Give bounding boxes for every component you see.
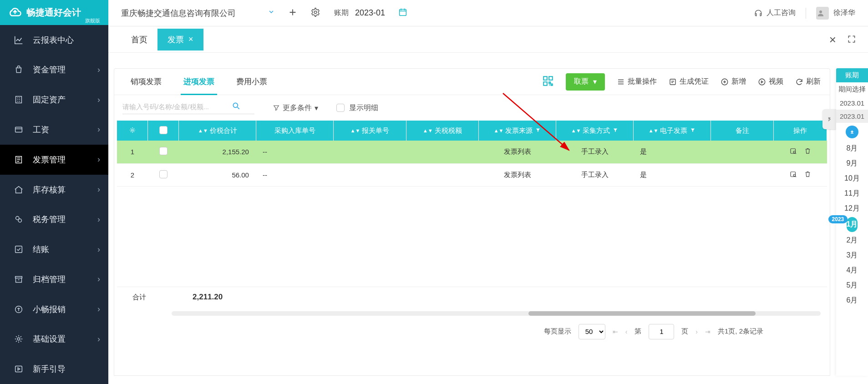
more-conditions[interactable]: 更多条件 ▾ (273, 103, 318, 113)
col-customs[interactable]: ▲▼报关单号 (334, 121, 406, 141)
sidebar-item-guide[interactable]: 新手引导 (0, 354, 108, 384)
col-ops: 操作 (774, 121, 827, 141)
sidebar-item-tax[interactable]: 税务管理 (0, 204, 108, 234)
play-box-icon (13, 363, 25, 375)
sidebar-item-label: 固定资产 (33, 94, 66, 105)
cell-purchase: -- (256, 163, 334, 186)
month-button[interactable]: 9月 (836, 156, 868, 171)
toolbar: 取票 ▾ 批量操作 生成凭证 新增 视频 刷新 (542, 73, 821, 91)
close-icon[interactable]: × (188, 35, 193, 44)
link-label: 刷新 (806, 77, 821, 86)
sidebar-item-invoice[interactable]: 发票管理 (0, 145, 108, 175)
month-button[interactable]: 11月 (836, 186, 868, 201)
sidebar-item-salary[interactable]: 工资 (0, 115, 108, 145)
month-button[interactable]: 3月 (836, 248, 868, 263)
calendar-icon[interactable] (398, 7, 408, 19)
refresh-link[interactable]: 刷新 (795, 77, 821, 86)
sidebar-item-archive[interactable]: 归档管理 (0, 264, 108, 294)
first-page-icon[interactable]: ⇤ (613, 328, 618, 335)
row-checkbox[interactable] (159, 147, 168, 155)
row-checkbox[interactable] (159, 170, 168, 178)
sidebar-item-settings[interactable]: 基础设置 (0, 324, 108, 354)
link-label: 新增 (731, 77, 746, 86)
scroll-up-icon[interactable] (846, 126, 858, 138)
user-block[interactable]: 徐泽华 (816, 7, 855, 20)
tab-home[interactable]: 首页 (121, 29, 157, 51)
tab-invoice[interactable]: 发票 × (157, 29, 203, 51)
row-index: 2 (117, 163, 148, 186)
view-icon[interactable] (789, 170, 797, 180)
qrcode-icon[interactable] (542, 75, 554, 88)
month-button[interactable]: 5月 (836, 278, 868, 293)
fetch-invoice-button[interactable]: 取票 ▾ (566, 73, 605, 91)
add-link[interactable]: 新增 (721, 77, 746, 86)
page-size-select[interactable]: 50 (579, 324, 605, 339)
period-select-label[interactable]: 期间选择 (836, 82, 868, 96)
col-select-all[interactable] (148, 121, 179, 141)
plus-icon[interactable] (288, 7, 298, 19)
search-icon[interactable] (232, 101, 241, 112)
svg-point-4 (18, 219, 21, 222)
svg-rect-16 (670, 79, 675, 85)
table-row[interactable]: 1 2,155.20 -- 发票列表 手工录入 是 (117, 141, 827, 163)
search-input[interactable] (122, 103, 232, 111)
scrollbar-thumb[interactable] (528, 311, 756, 316)
subtab-output[interactable]: 销项发票 (123, 69, 169, 95)
sidebar-item-expense[interactable]: 小畅报销 (0, 294, 108, 324)
sidebar-item-fixed-asset[interactable]: 固定资产 (0, 85, 108, 115)
sidebar-item-label: 基础设置 (33, 333, 66, 344)
sidebar-item-report-center[interactable]: 云报表中心 (0, 25, 108, 55)
trash-icon[interactable] (804, 170, 812, 180)
col-amount[interactable]: ▲▼价税合计 (179, 121, 256, 141)
month-button[interactable]: 2月 (836, 233, 868, 248)
subtab-label: 销项发票 (131, 76, 162, 87)
video-link[interactable]: 视频 (758, 77, 783, 86)
fullscreen-icon[interactable] (847, 35, 856, 45)
bag-icon (13, 64, 25, 76)
close-all-icon[interactable]: × (829, 33, 836, 47)
prev-page-icon[interactable]: ‹ (625, 328, 628, 335)
year-pill: 2023 (828, 215, 848, 223)
period-drawer-handle[interactable] (822, 109, 836, 129)
sidebar-item-fund[interactable]: 资金管理 (0, 55, 108, 85)
col-einvoice[interactable]: ▲▼电子发票 (634, 121, 711, 141)
month-button[interactable]: 4月 (836, 263, 868, 278)
col-settings[interactable] (117, 121, 148, 141)
last-page-icon[interactable]: ⇥ (705, 328, 711, 335)
svg-rect-15 (543, 82, 547, 86)
month-current[interactable]: 2023 1月 (847, 217, 858, 232)
month-button[interactable]: 6月 (836, 293, 868, 308)
col-duty[interactable]: ▲▼关税税额 (406, 121, 478, 141)
horizontal-scrollbar[interactable] (172, 311, 821, 316)
sidebar-item-inventory[interactable]: 库存核算 (0, 175, 108, 205)
col-method[interactable]: ▲▼采集方式 (556, 121, 634, 141)
voucher-link[interactable]: 生成凭证 (669, 77, 709, 86)
subtab-receipt[interactable]: 费用小票 (229, 69, 274, 95)
month-button[interactable]: 10月 (836, 171, 868, 186)
page-input[interactable] (649, 324, 674, 339)
next-page-icon[interactable]: › (695, 328, 698, 335)
month-button[interactable]: 8月 (836, 141, 868, 156)
table-row[interactable]: 2 56.00 -- 发票列表 手工录入 是 (117, 163, 827, 186)
col-remark[interactable]: 备注 (711, 121, 774, 141)
show-detail-check[interactable]: 显示明细 (336, 103, 378, 113)
trash-icon[interactable] (804, 147, 812, 157)
col-purchase[interactable]: 采购入库单号 (256, 121, 334, 141)
period-year[interactable]: 2023.01 (836, 96, 868, 110)
wallet-icon (13, 124, 25, 136)
sidebar-item-label: 归档管理 (33, 274, 66, 285)
subtab-label: 费用小票 (236, 76, 267, 87)
company-selector[interactable]: 重庆畅捷交通信息咨询有限公司 (121, 8, 275, 19)
view-icon[interactable] (789, 147, 797, 157)
period-year[interactable]: 2023.01 (836, 110, 868, 123)
month-button[interactable]: 12月 (836, 201, 868, 216)
batch-action-link[interactable]: 批量操作 (617, 77, 657, 86)
sidebar-item-close[interactable]: 结账 (0, 234, 108, 264)
col-source[interactable]: ▲▼发票来源 (479, 121, 556, 141)
archive-icon (13, 273, 25, 285)
subtab-input[interactable]: 进项发票 (176, 69, 222, 95)
chevron-down-icon: ▾ (315, 104, 318, 112)
invoice-table: ▲▼价税合计 采购入库单号 ▲▼报关单号 ▲▼关税税额 ▲▼发票来源 ▲▼采集方… (117, 121, 827, 187)
support-link[interactable]: 人工咨询 (754, 8, 796, 18)
gear-icon[interactable] (310, 7, 320, 19)
